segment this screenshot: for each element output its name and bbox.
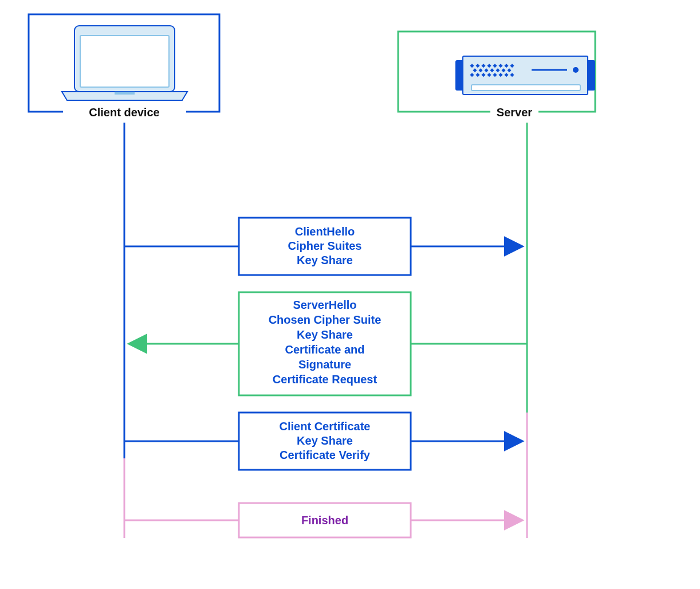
svg-text:ServerHello: ServerHello bbox=[293, 299, 356, 311]
server-participant: Server bbox=[398, 32, 595, 119]
message-clienthello: ClientHello Cipher Suites Key Share bbox=[124, 218, 522, 275]
message-finished: Finished bbox=[124, 503, 522, 537]
svg-text:Key Share: Key Share bbox=[297, 328, 353, 341]
svg-text:ClientHello: ClientHello bbox=[295, 225, 355, 238]
message-serverhello: ServerHello Chosen Cipher Suite Key Shar… bbox=[129, 292, 527, 395]
svg-rect-2 bbox=[115, 92, 135, 95]
svg-text:Key Share: Key Share bbox=[297, 254, 353, 266]
svg-rect-31 bbox=[471, 85, 580, 91]
svg-text:Client Certificate: Client Certificate bbox=[280, 420, 371, 433]
laptop-icon bbox=[62, 26, 187, 100]
client-participant: Client device bbox=[29, 14, 219, 119]
svg-text:Certificate Request: Certificate Request bbox=[273, 373, 377, 386]
svg-text:Certificate Verify: Certificate Verify bbox=[280, 449, 371, 461]
client-label: Client device bbox=[89, 106, 159, 119]
svg-text:Chosen Cipher Suite: Chosen Cipher Suite bbox=[269, 313, 382, 326]
svg-text:Finished: Finished bbox=[301, 514, 348, 527]
tls-handshake-diagram: Client device bbox=[0, 0, 700, 589]
message-clientcert: Client Certificate Key Share Certificate… bbox=[124, 413, 522, 470]
svg-text:Certificate and: Certificate and bbox=[285, 343, 365, 356]
svg-text:Key Share: Key Share bbox=[297, 434, 353, 447]
svg-rect-1 bbox=[80, 36, 169, 87]
server-icon bbox=[455, 56, 595, 95]
svg-point-30 bbox=[573, 67, 579, 73]
server-label: Server bbox=[497, 106, 532, 119]
svg-text:Signature: Signature bbox=[298, 358, 351, 371]
svg-text:Cipher Suites: Cipher Suites bbox=[288, 239, 362, 252]
